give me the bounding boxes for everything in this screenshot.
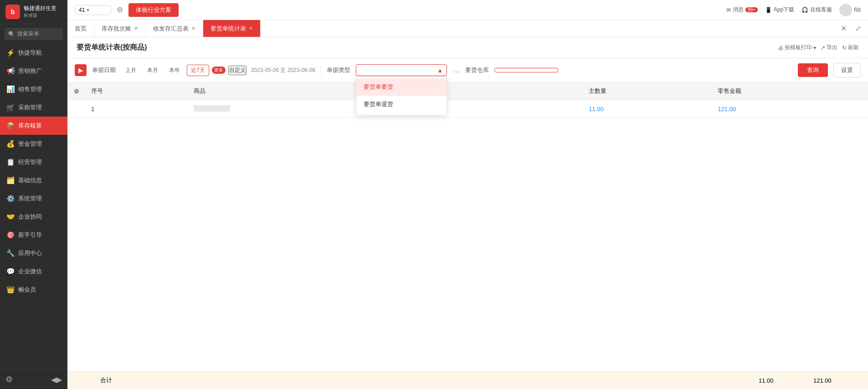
- sidebar-item-finance[interactable]: 💰 资金管理: [0, 135, 67, 153]
- sidebar-item-label: 系统管理: [18, 194, 42, 203]
- sidebar-item-label: 企业协同: [18, 213, 42, 221]
- cell-settings: [67, 100, 86, 118]
- app-download-btn[interactable]: 📱 App下载: [765, 6, 794, 14]
- sidebar-item-label: 企业微信: [18, 267, 42, 276]
- sidebar-item-sales[interactable]: 📊 销售管理: [0, 80, 67, 98]
- message-icon: ✉: [726, 7, 731, 13]
- filter-divider: [321, 65, 321, 75]
- phone-icon: 📱: [765, 7, 772, 13]
- settings-button[interactable]: 设置: [833, 63, 861, 77]
- settings-icon[interactable]: ⚙: [5, 374, 13, 384]
- sidebar-item-system[interactable]: ⚙️ 系统管理: [0, 189, 67, 208]
- sidebar-item-corp[interactable]: 🤝 企业协同: [0, 208, 67, 226]
- tab-batch-account-close[interactable]: ✕: [134, 26, 138, 31]
- page-title: 要货单统计表(按商品): [77, 43, 147, 52]
- print-button[interactable]: 🖨 按模板打印 ▾: [778, 44, 816, 51]
- guide-icon: 🎯: [6, 231, 15, 239]
- type-select-field[interactable]: ▲: [356, 64, 447, 76]
- type-dropdown-menu: 要货单要货 要货单退货: [356, 76, 447, 115]
- date-custom-btn[interactable]: 自定义: [228, 66, 247, 75]
- sidebar-item-marketing[interactable]: 📢 营销推广: [0, 62, 67, 80]
- base-icon: 🗂️: [6, 176, 15, 184]
- tenant-selector[interactable]: 41 ▾: [75, 5, 111, 15]
- export-button[interactable]: ↗ 导出: [821, 44, 837, 51]
- sidebar-item-inventory[interactable]: 📦 库存核算: [0, 117, 67, 135]
- date-btn-7days[interactable]: 近7天: [187, 65, 209, 76]
- apps-icon: 🔧: [6, 249, 15, 257]
- online-service-btn[interactable]: 🎧 在线客服: [801, 6, 832, 14]
- date-more-badge[interactable]: 更多: [212, 67, 226, 74]
- type-selected-value: [360, 67, 435, 74]
- sidebar-item-label: 新手引导: [18, 231, 42, 239]
- operation-icon: 📋: [6, 158, 15, 166]
- quick-nav-icon: ⚡: [6, 49, 15, 57]
- page-header: 要货单统计表(按商品) 🖨 按模板打印 ▾ ↗ 导出 ↻ 刷新: [67, 37, 868, 58]
- system-icon: ⚙️: [6, 194, 15, 203]
- marketing-icon: 📢: [6, 67, 15, 75]
- sidebar-item-label: 销售管理: [18, 85, 42, 93]
- inventory-icon: 📦: [6, 122, 15, 130]
- sidebar-item-label: 库存核算: [18, 122, 42, 130]
- collapse-icon[interactable]: ◀▶: [51, 375, 62, 384]
- date-btn-this-year[interactable]: 本年: [165, 65, 184, 76]
- sidebar-item-wechat[interactable]: 💬 企业微信: [0, 262, 67, 281]
- tab-order-stats-close[interactable]: ✕: [249, 26, 253, 31]
- user-menu[interactable]: Rit: [839, 4, 861, 16]
- sidebar-item-label: 快捷导航: [18, 49, 42, 57]
- topbar-gear-icon[interactable]: ⚙: [117, 5, 123, 14]
- tab-batch-account-label: 库存批次账: [102, 25, 131, 33]
- content-area: 要货单统计表(按商品) 🖨 按模板打印 ▾ ↗ 导出 ↻ 刷新 ▶: [67, 37, 868, 389]
- query-button[interactable]: 查询: [798, 63, 828, 77]
- sidebar-item-guide[interactable]: 🎯 新手引导: [0, 226, 67, 244]
- logo-title: 畅捷通好生意: [24, 5, 56, 12]
- date-btn-this-month[interactable]: 本月: [143, 65, 162, 76]
- filter-toggle-button[interactable]: ▶: [75, 64, 87, 76]
- refresh-icon: ↻: [842, 45, 847, 51]
- table-row: 1 块 11.00 121.00: [67, 100, 868, 118]
- warehouse-filter-label: 要货仓库: [465, 66, 489, 74]
- warehouse-select-field[interactable]: [494, 68, 558, 72]
- col-header-settings: ⚙: [67, 82, 86, 100]
- app-download-label: App下载: [774, 6, 794, 14]
- sidebar-item-member[interactable]: 👑 畅会员: [0, 281, 67, 299]
- print-icon: 🖨: [778, 45, 783, 51]
- type-filter-label: 单据类型: [327, 66, 350, 74]
- sidebar-item-operation[interactable]: 📋 经营管理: [0, 153, 67, 171]
- date-btn-last-month[interactable]: 上月: [121, 65, 140, 76]
- sidebar-search[interactable]: 🔍 搜索菜单: [5, 28, 63, 40]
- dropdown-item-yh-return[interactable]: 要货单退货: [356, 96, 447, 113]
- sidebar-item-label: 营销推广: [18, 67, 42, 75]
- tab-order-stats[interactable]: 要货单统计表 ✕: [203, 20, 261, 37]
- trial-button[interactable]: 体验行业方案: [128, 3, 179, 17]
- sidebar-item-apps[interactable]: 🔧 应用中心: [0, 244, 67, 262]
- refresh-button[interactable]: ↻ 刷新: [842, 44, 859, 51]
- tenant-value: 41: [79, 7, 85, 13]
- tab-batch-account[interactable]: 库存批次账 ✕: [94, 20, 146, 37]
- sidebar-item-label: 基础信息: [18, 176, 42, 184]
- sidebar-item-label: 资金管理: [18, 140, 42, 148]
- tab-expand-btn[interactable]: ⤢: [852, 22, 864, 35]
- filter-more-button[interactable]: …: [452, 66, 460, 74]
- messages-btn[interactable]: ✉ 消息 99+: [726, 6, 758, 14]
- tab-recv-summary[interactable]: 收发存汇总表 ✕: [146, 20, 203, 37]
- data-table: ⚙ 序号 商品 主计量单位 主数量 零售金额 1: [67, 82, 868, 118]
- table-container: ⚙ 序号 商品 主计量单位 主数量 零售金额 1: [67, 82, 868, 371]
- search-icon: 🔍: [8, 31, 15, 37]
- user-name: Rit: [854, 7, 861, 13]
- tab-close-all-btn[interactable]: ✕: [837, 22, 850, 35]
- sidebar-item-base[interactable]: 🗂️ 基础信息: [0, 171, 67, 189]
- col-header-amount: 零售金额: [712, 82, 868, 100]
- online-service-label: 在线客服: [810, 6, 832, 14]
- logo-sub: 标准版: [24, 12, 56, 19]
- dropdown-item-yh-order[interactable]: 要货单要货: [356, 78, 447, 96]
- export-icon: ↗: [821, 45, 825, 51]
- sidebar-logo: b 畅捷通好生意 标准版: [0, 0, 67, 24]
- sidebar-item-purchase[interactable]: 🛒 采购管理: [0, 98, 67, 117]
- tab-recv-summary-close[interactable]: ✕: [191, 26, 195, 31]
- tab-home[interactable]: 首页: [67, 20, 94, 37]
- sidebar: b 畅捷通好生意 标准版 🔍 搜索菜单 ⚡ 快捷导航 📢 营销推广 📊 销售管理…: [0, 0, 67, 389]
- date-options-group: 上月 本月 本年 近7天 更多 自定义 2023-05-06 至 2023-06…: [121, 65, 315, 76]
- avatar: [839, 4, 852, 16]
- messages-label: 消息: [733, 6, 744, 14]
- sidebar-item-quick-nav[interactable]: ⚡ 快捷导航: [0, 44, 67, 62]
